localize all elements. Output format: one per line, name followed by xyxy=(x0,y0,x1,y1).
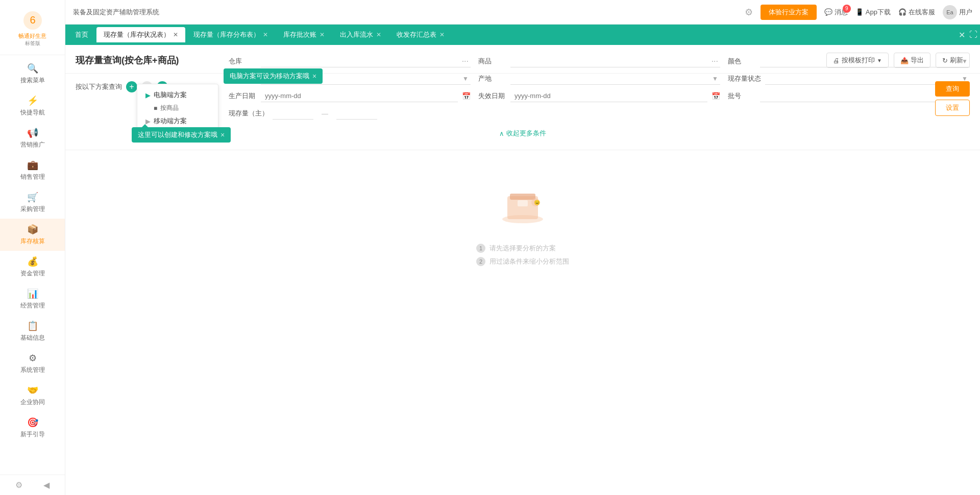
tab-inout[interactable]: 出入库流水 ✕ xyxy=(333,27,388,42)
operations-icon: 📊 xyxy=(27,288,38,299)
sidebar-item-marketing[interactable]: 📢 营销推广 xyxy=(0,122,65,154)
warehouse-more-icon: ··· xyxy=(460,57,471,66)
sidebar-settings-btn[interactable]: ⚙ xyxy=(15,480,22,490)
message-btn[interactable]: 💬 消息 9 xyxy=(824,8,848,17)
scenario-tree: ▶ 电脑端方案 ■ 按商品 ▶ 移动端方案 xyxy=(137,84,218,132)
sidebar-item-finance[interactable]: 💰 资金管理 xyxy=(0,251,65,283)
app-download-btn[interactable]: 📱 App下载 xyxy=(855,8,891,17)
sidebar-item-operations[interactable]: 📊 经营管理 xyxy=(0,283,65,315)
tip-num-1: 1 xyxy=(476,244,485,253)
sidebar-label-basicinfo: 基础信息 xyxy=(20,334,45,342)
app-download-label: App下载 xyxy=(866,8,891,17)
logo-text: 畅通好生意 xyxy=(18,32,46,40)
tab-batch-label: 库存批次账 xyxy=(283,30,316,39)
sidebar-item-system[interactable]: ⚙ 系统管理 xyxy=(0,347,65,380)
sidebar-label-operations: 经营管理 xyxy=(20,301,45,310)
tree-mobile[interactable]: ▶ 移动端方案 xyxy=(141,114,214,128)
tab-inout-close[interactable]: ✕ xyxy=(376,31,381,38)
tab-summary[interactable]: 收发存汇总表 ✕ xyxy=(389,27,452,42)
tree-desktop-arrow: ▶ xyxy=(145,91,151,99)
page-title: 现存量查询(按仓库+商品) xyxy=(76,54,179,66)
sidebar-item-sales[interactable]: 💼 销售管理 xyxy=(0,154,65,186)
topbar-settings-icon[interactable]: ⚙ xyxy=(745,7,753,18)
message-icon: 💬 xyxy=(824,8,832,16)
tab-inventory-dist-close[interactable]: ✕ xyxy=(263,31,268,38)
tab-inventory-dist-label: 现存量（库存分布表） xyxy=(193,30,260,39)
scenario-panel: ▶ 电脑端方案 ■ 按商品 ▶ 移动端方案 xyxy=(137,84,218,132)
online-service-btn[interactable]: 🎧 在线客服 xyxy=(898,8,935,17)
message-badge: 9 xyxy=(843,5,851,13)
filter-area: 按以下方案查询 + ↻ ← 电脑方案可设为移动方案哦 × xyxy=(65,74,980,150)
cooperation-icon: 🤝 xyxy=(27,385,38,396)
warehouse-select-wrapper: ··· xyxy=(261,55,471,67)
stock-main-from[interactable] xyxy=(273,107,313,120)
sidebar-item-quick-nav[interactable]: ⚡ 快捷导航 xyxy=(0,90,65,122)
system-title: 装备及固定资产辅助管理系统 xyxy=(73,8,737,17)
sidebar-label-finance: 资金管理 xyxy=(20,269,45,278)
sidebar-item-inventory[interactable]: 📦 库存核算 xyxy=(0,219,65,251)
filter-field-stock-main: 现存量（主） — xyxy=(229,107,389,120)
tree-desktop-item[interactable]: ■ 按商品 xyxy=(141,102,214,114)
tab-expand-btn[interactable]: ⛶ xyxy=(969,30,977,40)
tab-inventory-status[interactable]: 现存量（库存状况表） ✕ xyxy=(96,27,185,42)
tab-batch[interactable]: 库存批次账 ✕ xyxy=(276,27,332,42)
origin-dropdown-icon: ▼ xyxy=(710,75,720,82)
sidebar-item-basic-info[interactable]: 📋 基础信息 xyxy=(0,315,65,347)
sidebar-collapse-btn[interactable]: ◀ xyxy=(43,480,50,490)
batch-label: 批号 xyxy=(728,91,756,101)
sidebar-item-cooperation[interactable]: 🤝 企业协同 xyxy=(0,380,65,412)
prod-date-calendar-icon[interactable]: 📅 xyxy=(462,92,471,100)
tab-inout-label: 出入库流水 xyxy=(340,30,373,39)
color-input[interactable] xyxy=(760,55,960,67)
warehouse-input[interactable] xyxy=(261,55,460,67)
setting-button[interactable]: 设置 xyxy=(935,100,970,116)
origin-input[interactable] xyxy=(510,73,710,84)
industry-plan-btn[interactable]: 体验行业方案 xyxy=(761,5,817,20)
prod-date-from[interactable] xyxy=(261,90,458,102)
expiry-date-from[interactable] xyxy=(510,90,707,102)
color-select-wrapper: ▼ xyxy=(760,55,970,67)
search-button[interactable]: 查询 xyxy=(935,81,970,97)
basic-info-icon: 📋 xyxy=(27,320,38,332)
user-area[interactable]: Ea 用户 xyxy=(943,5,972,19)
filter-field-goods: 商品 ··· xyxy=(478,55,720,67)
tooltip-desktop-arrow xyxy=(234,68,240,72)
tooltip-desktop-close[interactable]: × xyxy=(312,72,316,80)
tab-home[interactable]: 首页 xyxy=(68,27,95,42)
content-area: 现存量查询(按仓库+商品) 🖨 按模板打印 ▼ 📤 导出 ↻ 刷新 xyxy=(65,45,980,495)
filter-add-btn[interactable]: + xyxy=(126,81,137,92)
tooltip-create-text: 这里可以创建和修改方案哦 xyxy=(138,130,217,139)
stock-main-to[interactable] xyxy=(336,107,377,120)
empty-tip-2: 2 用过滤条件来缩小分析范围 xyxy=(476,257,569,266)
filter-field-color: 颜色 ▼ xyxy=(728,55,970,67)
stock-status-input[interactable] xyxy=(765,73,960,84)
tooltip-create-close[interactable]: × xyxy=(220,131,225,139)
tip-num-2: 2 xyxy=(476,257,485,266)
sidebar-item-search[interactable]: 🔍 搜索菜单 xyxy=(0,58,65,90)
goods-label: 商品 xyxy=(478,57,506,66)
filter-label: 按以下方案查询 xyxy=(76,82,122,91)
goods-input[interactable] xyxy=(510,55,709,67)
purchase-icon: 🛒 xyxy=(27,192,38,203)
expiry-date-calendar-icon[interactable]: 📅 xyxy=(712,92,720,100)
tab-inventory-dist[interactable]: 现存量（库存分布表） ✕ xyxy=(186,27,275,42)
tab-summary-close[interactable]: ✕ xyxy=(439,31,445,38)
tab-inventory-status-close[interactable]: ✕ xyxy=(173,31,178,38)
tree-desktop[interactable]: ▶ 电脑端方案 xyxy=(141,88,214,102)
main-area: 装备及固定资产辅助管理系统 ⚙ 体验行业方案 💬 消息 9 📱 App下载 🎧 … xyxy=(65,0,980,495)
filter-row-3: 生产日期 📅 失效日期 📅 批号 xyxy=(229,90,970,102)
tabbar-right-actions: ✕ ⛶ xyxy=(959,30,977,40)
tip-text-1: 请先选择要分析的方案 xyxy=(489,244,556,253)
svg-rect-4 xyxy=(510,194,535,200)
stock-main-label: 现存量（主） xyxy=(229,109,268,118)
tab-close-all-btn[interactable]: ✕ xyxy=(959,30,965,40)
empty-illustration: 😐 xyxy=(492,181,553,233)
sidebar-label-search: 搜索菜单 xyxy=(20,76,45,85)
tree-desktop-label: 电脑端方案 xyxy=(154,90,187,100)
tab-batch-close[interactable]: ✕ xyxy=(320,31,325,38)
sidebar-item-purchase[interactable]: 🛒 采购管理 xyxy=(0,186,65,219)
sidebar: 6 畅通好生意 标签版 🔍 搜索菜单 ⚡ 快捷导航 📢 营销推广 💼 销售管理 xyxy=(0,0,65,495)
color-dropdown-icon: ▼ xyxy=(960,58,970,65)
sidebar-item-guide[interactable]: 🎯 新手引导 xyxy=(0,412,65,444)
user-label: 用户 xyxy=(959,8,972,17)
